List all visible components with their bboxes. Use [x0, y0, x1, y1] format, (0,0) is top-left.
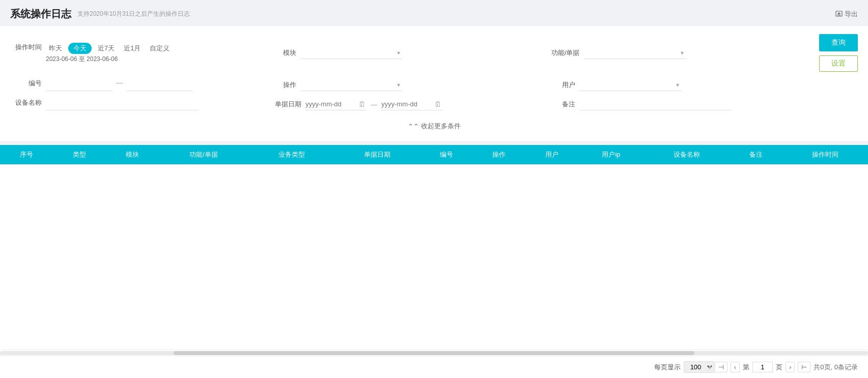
filter-row-1: 操作时间 昨天 今天 近7天 近1月 自定义 2023-06-06 至 2023…	[10, 34, 858, 72]
export-icon	[835, 11, 843, 18]
page-prev-button[interactable]: ‹	[731, 362, 740, 372]
function-select[interactable]	[584, 47, 686, 59]
time-filter-group: 操作时间 昨天 今天 近7天 近1月 自定义 2023-06-06 至 2023…	[10, 43, 244, 64]
module-label: 模块	[265, 48, 300, 57]
user-label: 用户	[544, 80, 579, 90]
query-button[interactable]: 查询	[819, 34, 858, 51]
number-filter-group: 编号 —	[10, 79, 244, 91]
function-filter-group: 功能/单据 ▾	[528, 47, 811, 59]
export-label: 导出	[845, 10, 858, 19]
table-col-模块: 模块	[106, 145, 159, 164]
action-btn-group: 查询 设置	[819, 34, 858, 72]
collapse-label: 收起更多条件	[421, 122, 461, 131]
table-col-操作: 操作	[472, 145, 525, 164]
collapse-up-icon: ⌃⌃	[408, 123, 419, 130]
function-label: 功能/单据	[548, 48, 584, 57]
time-range-text: 2023-06-06 至 2023-06-06	[46, 55, 173, 64]
date-to-wrap: 🗓	[381, 98, 442, 110]
per-page-select[interactable]: 100 10 20 50 200	[684, 361, 714, 373]
operation-label: 操作	[265, 80, 300, 90]
table-col-备注: 备注	[730, 145, 782, 164]
time-opt-today[interactable]: 今天	[68, 43, 92, 54]
number-label: 编号	[10, 79, 46, 88]
page-first-button[interactable]: ⊣	[715, 362, 727, 372]
table-col-功能/单据: 功能/单据	[158, 145, 248, 164]
remark-input[interactable]	[579, 98, 732, 110]
date-dash: —	[371, 101, 377, 108]
page-subtitle: 支持2020年10月31日之后产生的操作日志	[77, 10, 190, 18]
time-opt-custom[interactable]: 自定义	[147, 43, 173, 54]
filter-panel: 操作时间 昨天 今天 近7天 近1月 自定义 2023-06-06 至 2023…	[0, 26, 868, 141]
page-suffix: 页	[776, 363, 782, 372]
table-col-类型: 类型	[53, 145, 106, 164]
empty-area	[0, 164, 868, 317]
module-filter-group: 模块 ▾	[244, 47, 528, 59]
device-input[interactable]	[46, 98, 199, 110]
module-select-wrap: ▾	[300, 47, 402, 59]
operation-select-wrap: ▾	[300, 79, 402, 91]
page-header: 系统操作日志 支持2020年10月31日之后产生的操作日志 导出	[0, 0, 868, 26]
data-table: 序号类型模块功能/单据业务类型单据日期编号操作用户用户ip设备名称备注操作时间	[0, 145, 868, 164]
page-last-button[interactable]: ⊢	[798, 362, 810, 372]
table-col-设备名称: 设备名称	[644, 145, 730, 164]
pagination-summary: 共0页, 0条记录	[814, 363, 858, 372]
remark-filter-group: 备注	[523, 98, 802, 110]
table-col-编号: 编号	[420, 145, 473, 164]
voucher-date-filter-group: 单据日期 🗓 — 🗓	[244, 98, 523, 110]
operation-select[interactable]	[300, 79, 402, 91]
number-input-to[interactable]	[127, 79, 193, 91]
settings-button[interactable]: 设置	[819, 55, 858, 72]
table-col-单据日期: 单据日期	[334, 145, 420, 164]
time-opt-7days[interactable]: 近7天	[95, 43, 118, 54]
remark-label: 备注	[544, 100, 579, 109]
scrollbar-track	[0, 351, 868, 355]
filter-row-2: 编号 — 操作 ▾ 用户	[10, 79, 858, 91]
table-header-row: 序号类型模块功能/单据业务类型单据日期编号操作用户用户ip设备名称备注操作时间	[0, 145, 868, 164]
user-filter-group: 用户 ▾	[523, 79, 802, 91]
page-container: 系统操作日志 支持2020年10月31日之后产生的操作日志 导出 操作时间 昨天…	[0, 0, 868, 378]
device-label: 设备名称	[10, 98, 46, 107]
scrollbar-thumb[interactable]	[174, 351, 694, 355]
table-col-操作时间: 操作时间	[782, 145, 868, 164]
date-from-input[interactable]	[305, 98, 367, 110]
operation-filter-group: 操作 ▾	[244, 79, 523, 91]
module-select[interactable]	[300, 47, 402, 59]
page-title: 系统操作日志	[10, 7, 71, 21]
number-input-from[interactable]	[46, 79, 112, 91]
pagination-bar: 每页显示 100 10 20 50 200 ▾ ⊣ ‹ 第 页 › ⊢ 共0页,…	[0, 356, 868, 378]
table-col-业务类型: 业务类型	[248, 145, 334, 164]
scrollbar-area	[0, 350, 868, 356]
time-opt-1month[interactable]: 近1月	[121, 43, 144, 54]
table-col-序号: 序号	[0, 145, 53, 164]
time-options: 昨天 今天 近7天 近1月 自定义	[46, 43, 173, 54]
table-col-用户: 用户	[525, 145, 578, 164]
page-next-button[interactable]: ›	[786, 362, 795, 372]
page-input[interactable]	[752, 362, 773, 372]
date-from-wrap: 🗓	[305, 98, 367, 110]
time-opt-yesterday[interactable]: 昨天	[46, 43, 65, 54]
user-select[interactable]	[579, 79, 681, 91]
table-head: 序号类型模块功能/单据业务类型单据日期编号操作用户用户ip设备名称备注操作时间	[0, 145, 868, 164]
per-page-label: 每页显示	[654, 363, 681, 372]
time-options-wrap: 昨天 今天 近7天 近1月 自定义 2023-06-06 至 2023-06-0…	[46, 43, 173, 64]
export-button[interactable]: 导出	[835, 10, 858, 19]
table-col-用户ip: 用户ip	[578, 145, 644, 164]
number-dash: —	[116, 79, 123, 86]
device-filter-group: 设备名称	[10, 98, 244, 110]
date-to-input[interactable]	[381, 98, 442, 110]
page-label: 第	[743, 363, 749, 372]
voucher-date-label: 单据日期	[265, 100, 305, 109]
filter-row-3: 设备名称 单据日期 🗓 — 🗓 备注	[10, 98, 858, 110]
table-container: 序号类型模块功能/单据业务类型单据日期编号操作用户用户ip设备名称备注操作时间	[0, 145, 868, 350]
time-label: 操作时间	[10, 43, 46, 52]
collapse-bar[interactable]: ⌃⌃ 收起更多条件	[10, 118, 858, 133]
function-select-wrap: ▾	[584, 47, 686, 59]
user-select-wrap: ▾	[579, 79, 681, 91]
